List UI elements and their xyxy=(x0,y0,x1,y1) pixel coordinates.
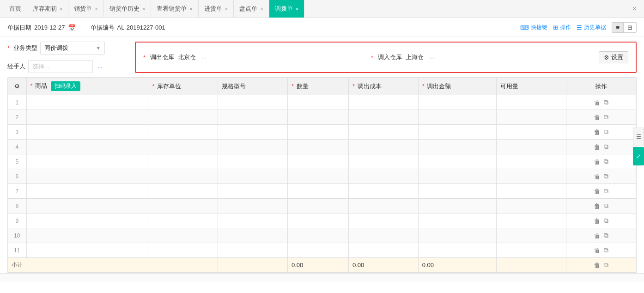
tab-inventory-close[interactable]: × xyxy=(260,6,263,12)
row-spec-6[interactable] xyxy=(218,169,288,184)
warehouse-in-more-btn[interactable]: ··· xyxy=(427,54,436,61)
subtotal-copy-icon[interactable]: ⧉ xyxy=(604,261,608,269)
tab-sales-order[interactable]: 销货单 × xyxy=(68,0,103,18)
row-product-5[interactable] xyxy=(26,154,148,169)
row-cost-2[interactable] xyxy=(348,110,418,125)
row-product-4[interactable] xyxy=(26,140,148,154)
row-spec-2[interactable] xyxy=(218,110,288,125)
row-unit-9[interactable] xyxy=(148,214,218,228)
row-cost-4[interactable] xyxy=(348,140,418,154)
delete-icon-7[interactable]: 🗑 xyxy=(594,188,600,195)
delete-icon-2[interactable]: 🗑 xyxy=(594,114,600,121)
settings-button[interactable]: ⚙ 设置 xyxy=(599,51,628,63)
copy-icon-1[interactable]: ⧉ xyxy=(604,98,608,106)
grid-view-btn[interactable]: ⊟ xyxy=(624,23,636,32)
subtotal-delete-icon[interactable]: 🗑 xyxy=(594,262,600,269)
row-available-2[interactable] xyxy=(497,110,566,125)
tab-initial-stock-close[interactable]: × xyxy=(60,6,62,12)
row-unit-5[interactable] xyxy=(148,154,218,169)
row-unit-8[interactable] xyxy=(148,199,218,214)
row-cost-10[interactable] xyxy=(348,228,418,243)
row-amount-4[interactable] xyxy=(418,140,497,154)
row-product-10[interactable] xyxy=(26,228,148,243)
row-product-3[interactable] xyxy=(26,125,148,140)
row-available-9[interactable] xyxy=(497,214,566,228)
row-amount-7[interactable] xyxy=(418,184,497,199)
row-product-9[interactable] xyxy=(26,214,148,228)
row-available-11[interactable] xyxy=(497,243,566,258)
col-header-gear[interactable]: ⚙ xyxy=(8,78,26,95)
tab-purchase-close[interactable]: × xyxy=(225,6,228,12)
row-product-7[interactable] xyxy=(26,184,148,199)
row-qty-6[interactable] xyxy=(287,169,348,184)
row-spec-3[interactable] xyxy=(218,125,288,140)
row-available-6[interactable] xyxy=(497,169,566,184)
copy-icon-2[interactable]: ⧉ xyxy=(604,113,608,121)
row-product-2[interactable] xyxy=(26,110,148,125)
float-list-btn[interactable]: ☰ xyxy=(633,128,644,146)
row-amount-10[interactable] xyxy=(418,228,497,243)
row-unit-10[interactable] xyxy=(148,228,218,243)
row-amount-9[interactable] xyxy=(418,214,497,228)
tab-purchase[interactable]: 进货单 × xyxy=(199,0,234,18)
copy-icon-5[interactable]: ⧉ xyxy=(604,158,608,165)
delete-icon-11[interactable]: 🗑 xyxy=(594,247,600,254)
scan-input-btn[interactable]: 扫码录入 xyxy=(51,81,80,91)
row-amount-3[interactable] xyxy=(418,125,497,140)
row-available-10[interactable] xyxy=(497,228,566,243)
row-available-5[interactable] xyxy=(497,154,566,169)
row-spec-4[interactable] xyxy=(218,140,288,154)
date-value[interactable]: 2019-12-27 xyxy=(34,24,65,31)
bottom-scrollbar[interactable] xyxy=(0,273,644,282)
row-cost-7[interactable] xyxy=(348,184,418,199)
row-product-8[interactable] xyxy=(26,199,148,214)
close-all-tabs[interactable]: × xyxy=(629,5,640,13)
delete-icon-5[interactable]: 🗑 xyxy=(594,158,600,165)
calendar-icon[interactable]: 📅 xyxy=(68,24,76,31)
warehouse-in-value[interactable]: 上海仓 xyxy=(406,53,424,61)
row-amount-2[interactable] xyxy=(418,110,497,125)
copy-icon-4[interactable]: ⧉ xyxy=(604,143,608,151)
row-cost-5[interactable] xyxy=(348,154,418,169)
delete-icon-3[interactable]: 🗑 xyxy=(594,128,600,136)
tab-inventory[interactable]: 盘点单 × xyxy=(234,0,269,18)
row-available-1[interactable] xyxy=(497,95,566,110)
delete-icon-6[interactable]: 🗑 xyxy=(594,173,600,180)
history-action[interactable]: ☰ 历史单据 xyxy=(577,24,606,31)
list-view-btn[interactable]: ≡ xyxy=(612,23,624,32)
copy-icon-8[interactable]: ⧉ xyxy=(604,202,608,210)
row-qty-5[interactable] xyxy=(287,154,348,169)
operations-action[interactable]: ⊞ 操作 xyxy=(553,24,571,31)
row-cost-6[interactable] xyxy=(348,169,418,184)
copy-icon-7[interactable]: ⧉ xyxy=(604,187,608,195)
row-cost-11[interactable] xyxy=(348,243,418,258)
row-qty-1[interactable] xyxy=(287,95,348,110)
row-spec-9[interactable] xyxy=(218,214,288,228)
shortcut-action[interactable]: ⌨ 快捷键 xyxy=(520,24,547,31)
copy-icon-6[interactable]: ⧉ xyxy=(604,172,608,180)
row-spec-11[interactable] xyxy=(218,243,288,258)
delete-icon-8[interactable]: 🗑 xyxy=(594,202,600,210)
row-qty-4[interactable] xyxy=(287,140,348,154)
row-qty-8[interactable] xyxy=(287,199,348,214)
row-amount-11[interactable] xyxy=(418,243,497,258)
tab-sales-order-close[interactable]: × xyxy=(95,6,97,12)
row-amount-1[interactable] xyxy=(418,95,497,110)
float-expand-btn[interactable]: ⤢ xyxy=(633,147,644,165)
row-qty-7[interactable] xyxy=(287,184,348,199)
tab-home[interactable]: 首页 xyxy=(4,0,27,18)
row-available-8[interactable] xyxy=(497,199,566,214)
row-spec-7[interactable] xyxy=(218,184,288,199)
row-cost-9[interactable] xyxy=(348,214,418,228)
row-product-6[interactable] xyxy=(26,169,148,184)
row-unit-1[interactable] xyxy=(148,95,218,110)
row-unit-11[interactable] xyxy=(148,243,218,258)
row-cost-8[interactable] xyxy=(348,199,418,214)
tab-transfer[interactable]: 调拨单 × xyxy=(269,0,304,18)
delete-icon-10[interactable]: 🗑 xyxy=(594,232,600,239)
business-type-select[interactable]: 同价调拨 ▼ xyxy=(40,42,105,55)
copy-icon-9[interactable]: ⧉ xyxy=(604,217,608,225)
row-available-4[interactable] xyxy=(497,140,566,154)
row-qty-3[interactable] xyxy=(287,125,348,140)
row-spec-1[interactable] xyxy=(218,95,288,110)
